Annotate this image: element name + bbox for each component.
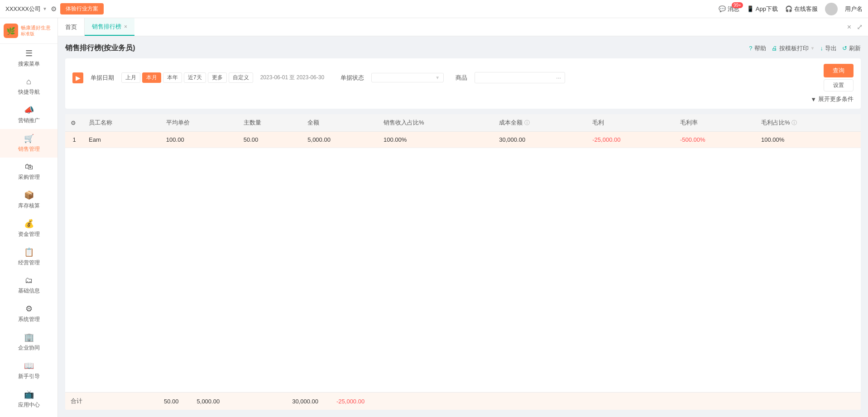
sidebar-item-wechat[interactable]: 💬 企业微信 [0,413,58,417]
message-button[interactable]: 💬 消息 99+ [719,5,739,13]
date-btn-custom[interactable]: 自定义 [229,72,253,83]
guide-icon: 📖 [24,361,34,371]
sidebar-item-system[interactable]: ⚙ 系统管理 [0,299,58,328]
sidebar-item-operation[interactable]: 📋 经营管理 [0,243,58,271]
apps-icon: 📺 [24,389,34,399]
sidebar-label-inventory: 库存核算 [18,202,40,210]
logo-icon: 🌿 [4,24,18,38]
expand-more-btn[interactable]: ▼ 展开更多条件 [810,95,854,103]
date-range-box: 上月 本月 本年 近7天 更多 自定义 [121,72,253,83]
export-icon: ↓ [820,45,824,52]
export-label: 导出 [825,44,837,53]
sidebar-item-enterprise[interactable]: 🏢 企业协同 [0,328,58,356]
marketing-icon: 📣 [24,105,34,115]
sidebar-item-sales[interactable]: 🛒 销售管理 [0,129,58,158]
cell-rank: 1 [65,132,83,148]
settings-button[interactable]: 设置 [824,79,854,91]
col-settings-icon[interactable]: ⚙ [65,114,83,132]
goods-label: 商品 [456,74,467,82]
tab-home[interactable]: 首页 [58,18,85,36]
cell-gross-pct: 100.00% [756,132,861,148]
message-icon: 💬 [719,5,726,12]
table-row: 1 Eam 100.00 50.00 5,000.00 100.00% 30,0… [65,132,861,148]
table-empty-space [65,148,861,392]
sidebar-label-system: 系统管理 [18,316,40,323]
sidebar-logo: 🌿 畅康通好生意 标准版 [0,18,58,44]
sidebar-item-search[interactable]: ☰ 搜索菜单 [0,44,58,72]
print-icon: 🖨 [772,45,777,52]
trial-button[interactable]: 体验行业方案 [60,3,104,14]
help-label: 帮助 [754,44,766,53]
export-button[interactable]: ↓ 导出 [820,44,837,53]
main-layout: 🌿 畅康通好生意 标准版 ☰ 搜索菜单 ⌂ 快捷导航 📣 营销推广 🛒 销售管理… [0,18,868,417]
filter-row-expand: ▼ 展开更多条件 [72,95,854,103]
print-chevron-icon: ▼ [810,46,815,51]
goods-input[interactable]: ··· [475,72,565,83]
date-btn-more[interactable]: 更多 [208,72,227,83]
status-label: 单据状态 [340,74,364,82]
app-download-button[interactable]: 📱 App下载 [747,5,778,13]
sidebar-label-search: 搜索菜单 [18,60,40,68]
company-name: XXXXXX公司 [5,5,41,13]
avatar[interactable] [825,3,838,15]
sidebar-item-quick[interactable]: ⌂ 快捷导航 [0,72,58,101]
goods-more-icon[interactable]: ··· [556,74,561,81]
inventory-icon: 📦 [24,190,34,200]
filter-row-1: ▶ 单据日期 上月 本月 本年 近7天 更多 自定义 2023-06-01 至 … [72,64,854,91]
basic-icon: 🗂 [25,276,33,285]
sidebar-item-inventory[interactable]: 📦 库存核算 [0,186,58,214]
sidebar-label-marketing: 营销推广 [18,117,40,125]
date-range-text: 2023-06-01 至 2023-06-30 [260,74,324,81]
sidebar-item-purchase[interactable]: 🛍 采购管理 [0,158,58,186]
cell-amount: 5,000.00 [302,132,378,148]
service-label: 在线客服 [794,5,818,13]
query-button[interactable]: 查询 [824,64,854,77]
system-icon: ⚙ [25,304,33,314]
tab-bar-maximize-icon[interactable]: ⤢ [855,21,864,33]
sidebar-label-finance: 资金管理 [18,230,40,238]
sidebar-item-guide[interactable]: 📖 新手引导 [0,356,58,385]
filter-collapse-btn[interactable]: ▶ [72,72,83,83]
tab-close-icon[interactable]: × [124,24,127,30]
table-header-row: ⚙ 员工名称 平均单价 主数量 全额 销售收入占比% 成本全额 ⓘ 毛利 毛利率… [65,114,861,132]
company-gear-icon[interactable]: ⚙ [51,5,57,13]
footer-label: 合计 [71,397,82,405]
username-label[interactable]: 用户名 [845,5,863,13]
date-btn-7days[interactable]: 近7天 [184,72,206,83]
cost-info-icon[interactable]: ⓘ [524,120,530,126]
date-btn-this-month[interactable]: 本月 [142,72,161,83]
sidebar-item-finance[interactable]: 💰 资金管理 [0,214,58,243]
online-service-button[interactable]: 🎧 在线客服 [785,5,818,13]
sidebar-item-apps[interactable]: 📺 应用中心 [0,385,58,413]
col-main-qty: 主数量 [238,114,302,132]
tab-bar-close-icon[interactable]: × [845,21,853,33]
refresh-button[interactable]: ↺ 刷新 [842,44,861,53]
data-table: ⚙ 员工名称 平均单价 主数量 全额 销售收入占比% 成本全额 ⓘ 毛利 毛利率… [65,114,861,148]
top-bar-right: 💬 消息 99+ 📱 App下载 🎧 在线客服 用户名 [719,3,863,15]
footer-main-qty: 50.00 [164,398,179,405]
company-selector[interactable]: XXXXXX公司 ▼ [5,5,47,13]
sidebar-item-basic[interactable]: 🗂 基础信息 [0,271,58,299]
page-title: 销售排行榜(按业务员) [65,43,135,53]
date-btn-last-month[interactable]: 上月 [121,72,140,83]
top-bar: XXXXXX公司 ▼ ⚙ 体验行业方案 💬 消息 99+ 📱 App下载 🎧 在… [0,0,868,18]
sidebar-item-marketing[interactable]: 📣 营销推广 [0,101,58,129]
search-menu-icon: ☰ [25,48,33,58]
tab-home-label: 首页 [65,23,77,31]
sidebar-label-guide: 新手引导 [18,373,40,380]
gross-pct-info-icon[interactable]: ⓘ [791,120,797,126]
status-select[interactable]: ▼ [371,73,444,82]
help-button[interactable]: ? 帮助 [749,44,766,53]
page-content: 销售排行榜(按业务员) ? 帮助 🖨 按模板打印 ▼ ↓ 导出 [58,36,868,417]
date-label: 单据日期 [91,74,114,82]
sales-icon: 🛒 [24,134,34,144]
date-btn-this-year[interactable]: 本年 [163,72,182,83]
print-button[interactable]: 🖨 按模板打印 ▼ [772,44,815,53]
filter-bar: ▶ 单据日期 上月 本月 本年 近7天 更多 自定义 2023-06-01 至 … [65,58,861,109]
enterprise-icon: 🏢 [24,332,34,342]
table-wrapper: ⚙ 员工名称 平均单价 主数量 全额 销售收入占比% 成本全额 ⓘ 毛利 毛利率… [65,114,861,410]
table-footer: 合计 50.00 5,000.00 30,000.00 -25,000.00 [65,392,861,410]
cell-gross: -25,000.00 [587,132,675,148]
tab-sales-ranking[interactable]: 销售排行榜 × [85,18,134,36]
sidebar-label-enterprise: 企业协同 [18,344,40,352]
